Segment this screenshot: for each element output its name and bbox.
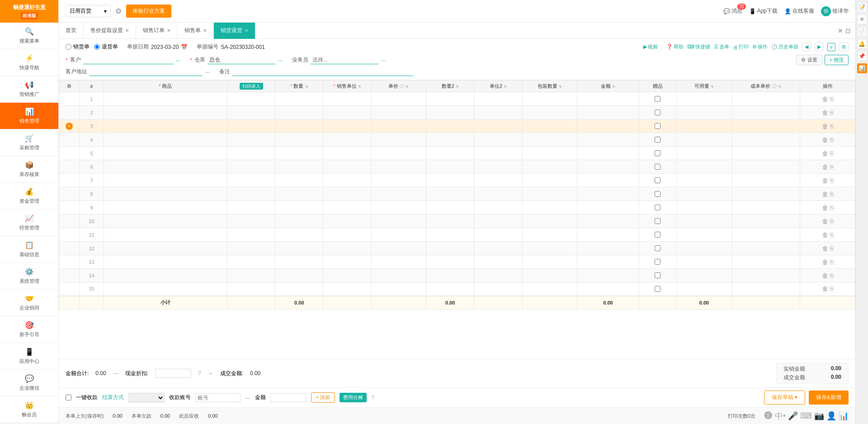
pack-qty-cell[interactable] [522,282,577,296]
history-btn[interactable]: 🕐 历史单据 [771,43,798,50]
price-cell[interactable] [371,160,426,174]
qty-cell[interactable] [275,214,323,228]
sidebar-item-member[interactable]: 👑 畅会员 [0,396,58,423]
delete-row-icon[interactable]: 🗑 [822,163,828,171]
copy-row-icon[interactable]: ⎘ [830,177,834,184]
industry-selector[interactable]: 日用百货 ▾ [66,5,111,17]
gift-cell[interactable] [639,119,676,133]
product-cell[interactable] [104,269,227,282]
th-scan[interactable]: 扫码录入 [227,81,275,92]
print-btn[interactable]: 🖨 打印 [733,43,749,50]
gift-cell[interactable] [639,242,676,255]
rs-icon-5[interactable]: 📌 [857,51,867,61]
sidebar-item-marketing[interactable]: 📢 营销推广 [0,76,58,103]
add-payment-btn[interactable]: + 添加 [311,392,335,403]
product-cell[interactable] [104,160,227,174]
gift-checkbox[interactable] [655,218,660,224]
gift-checkbox[interactable] [655,164,660,170]
qty-cell[interactable] [275,92,323,106]
amount-input-pay[interactable] [270,393,307,402]
calendar-icon[interactable]: 📅 [181,44,188,50]
qty2-cell[interactable] [426,228,474,242]
pack-qty-cell[interactable] [522,160,577,174]
sidebar-item-newbie[interactable]: 🎯 新手引导 [0,316,58,343]
gift-cell[interactable] [639,147,676,160]
product-cell[interactable] [104,255,227,269]
fee-help-icon[interactable]: ? [371,395,374,401]
radio-sale[interactable] [66,44,71,50]
tab-price-settings[interactable]: 售价提取设置 ✕ [84,23,136,39]
row-gear-icon[interactable]: + [59,119,80,133]
pack-qty-cell[interactable] [522,214,577,228]
row-gear-icon[interactable] [59,160,80,174]
maximize-icon[interactable]: ⊡ [845,27,851,34]
pack-qty-cell[interactable] [522,174,577,187]
product-cell[interactable] [104,214,227,228]
product-cell[interactable] [104,282,227,296]
pack-qty-cell[interactable] [522,187,577,201]
copy-row-icon[interactable]: ⎘ [830,272,834,279]
user-profile[interactable]: 徐 徐泽华 [821,6,849,16]
qty-cell[interactable] [275,160,323,174]
tab-home[interactable]: 首页 [59,23,84,39]
product-cell[interactable] [104,187,227,201]
gift-cell[interactable] [639,228,676,242]
tab-close-icon[interactable]: ✕ [203,28,207,33]
gift-checkbox[interactable] [655,137,660,143]
copy-row-icon[interactable]: ⎘ [830,245,834,252]
close-tab-icon[interactable]: ✕ [838,27,843,34]
product-cell[interactable] [104,147,227,160]
copy-row-icon[interactable]: ⎘ [830,163,834,171]
sidebar-item-finance[interactable]: 💰 资金管理 [0,183,58,210]
copy-row-icon[interactable]: ⎘ [830,231,834,238]
gift-checkbox[interactable] [655,259,660,265]
sale-unit-cell[interactable] [323,242,371,255]
row-gear-icon[interactable] [59,228,80,242]
settings-side-btn[interactable]: ⚙ 设置 [796,55,822,65]
product-cell[interactable] [104,201,227,214]
delete-row-icon[interactable]: 🗑 [822,109,828,116]
pack-qty-cell[interactable] [522,228,577,242]
row-gear-icon[interactable] [59,282,80,296]
qty-cell[interactable] [275,147,323,160]
gift-checkbox[interactable] [655,150,660,156]
price-info-icon[interactable]: ⓘ [400,84,404,89]
online-service-btn[interactable]: 👤 在线客服 [784,7,814,15]
tab-sales-delivery[interactable]: 销售单 ✕ [178,23,214,39]
delete-row-icon[interactable]: 🗑 [822,123,828,130]
delete-row-icon[interactable]: 🗑 [822,285,828,292]
pack-qty-cell[interactable] [522,269,577,282]
gift-cell[interactable] [639,269,676,282]
tab-sales-return[interactable]: 销货退货 ✕ [214,23,255,39]
sale-unit-cell[interactable] [323,269,371,282]
copy-row-icon[interactable]: ⎘ [830,123,834,130]
delete-row-icon[interactable]: 🗑 [822,204,828,211]
gift-cell[interactable] [639,214,676,228]
product-cell[interactable] [104,133,227,147]
row-gear-icon[interactable] [59,92,80,106]
gift-cell[interactable] [639,160,676,174]
unit2-cell[interactable] [474,119,522,133]
save-draft-btn[interactable]: 保存草稿 ▾ [764,391,805,405]
copy-row-icon[interactable]: ⎘ [830,191,834,198]
qty2-cell[interactable] [426,92,474,106]
gift-checkbox[interactable] [655,123,660,129]
radio-sale-item[interactable]: 销货单 [66,43,90,51]
grid-view-btn[interactable]: ⊞ [839,43,849,51]
rs-icon-4[interactable]: 🔔 [857,39,867,49]
qty-cell[interactable] [275,242,323,255]
copy-row-icon[interactable]: ⎘ [830,136,834,143]
product-cell[interactable] [104,228,227,242]
product-cell[interactable] [104,92,227,106]
price-cell[interactable] [371,228,426,242]
unit2-cell[interactable] [474,201,522,214]
addr-lookup-btn[interactable]: ··· [205,68,210,76]
gift-checkbox[interactable] [655,177,660,183]
qty-cell[interactable] [275,187,323,201]
qty-cell[interactable] [275,174,323,187]
gift-cell[interactable] [639,133,676,147]
qty2-cell[interactable] [426,147,474,160]
topbar-settings-icon[interactable]: ⚙ [115,7,122,15]
copy-row-icon[interactable]: ⎘ [830,258,834,266]
sale-unit-cell[interactable] [323,174,371,187]
